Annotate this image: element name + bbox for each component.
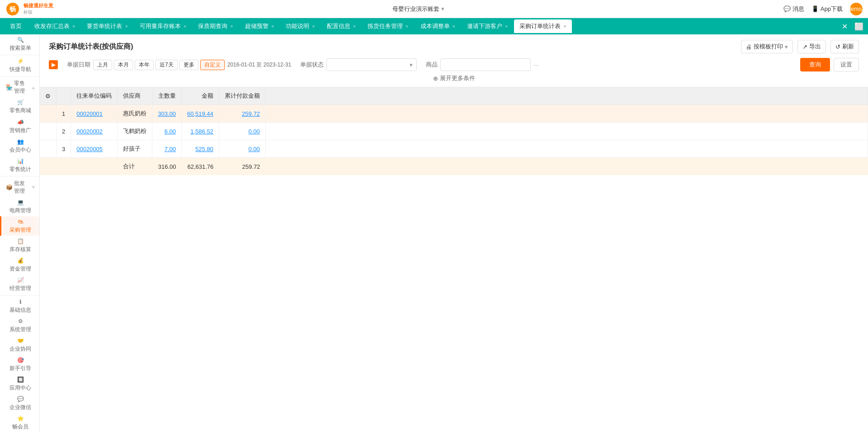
sidebar-item-purchase-mgmt[interactable]: 🛍 采购管理: [0, 216, 39, 236]
expand-more-btn[interactable]: ⊕ 展开更多条件: [433, 74, 475, 82]
sidebar-item-inventory[interactable]: 📋 库存核算: [0, 236, 39, 255]
filter-status-select[interactable]: ▾: [326, 58, 417, 71]
sidebar-item-basic-info[interactable]: ℹ 基础信息: [0, 296, 39, 316]
row-supplier: 飞鹤奶粉: [118, 123, 152, 140]
close-icon[interactable]: ×: [505, 24, 508, 29]
tab-config-info[interactable]: 配置信息 ×: [321, 19, 361, 33]
close-icon[interactable]: ×: [353, 24, 356, 29]
wholesale-icon: 📦: [6, 184, 13, 190]
table-container: ⚙ 往来单位编码 供应商 主数量 金额 累计付款金额 1: [40, 87, 868, 433]
sidebar-item-sys-mgmt[interactable]: ⚙ 系统管理: [0, 316, 39, 336]
col-unit-code-header: 往来单位编码: [71, 87, 118, 105]
close-icon[interactable]: ×: [184, 24, 186, 29]
message-btn[interactable]: 💬 消息: [783, 5, 804, 13]
sidebar-item-ops-mgmt[interactable]: 📈 经营管理: [0, 275, 39, 295]
tab-invite-downstream[interactable]: 邀请下游客户 ×: [462, 19, 513, 33]
tab-home[interactable]: 首页: [4, 19, 28, 33]
expand-arrow-icon: ▼: [31, 185, 36, 190]
close-icon[interactable]: ×: [125, 24, 127, 29]
table-row[interactable]: 3 00020005 好孩子 7.00 525.80 0.00: [40, 140, 868, 158]
close-icon[interactable]: ×: [72, 24, 75, 29]
close-icon[interactable]: ×: [312, 24, 315, 29]
user-area[interactable]: demo2: [850, 3, 863, 15]
sidebar-item-new-guide[interactable]: 🎯 新手引导: [0, 355, 39, 375]
date-btn-cur-year[interactable]: 本年: [135, 60, 154, 70]
sidebar-item-app-center[interactable]: 🔲 应用中心: [0, 375, 39, 394]
tab-expiry-query[interactable]: 保质期查询 ×: [193, 19, 238, 33]
sidebar-item-retail-stats[interactable]: 📊 零售统计: [0, 156, 39, 175]
date-btn-7days[interactable]: 近7天: [156, 60, 178, 70]
table-row[interactable]: 1 00020001 惠氏奶粉 303.00 60,519.44 259.72: [40, 105, 868, 123]
sidebar-divider: [0, 76, 39, 77]
sidebar-item-wholesale[interactable]: 📦 批发管理 ▼: [0, 177, 39, 197]
filter-goods-input[interactable]: [440, 58, 531, 71]
sidebar-item-search[interactable]: 🔍 搜索菜单: [0, 34, 39, 54]
close-icon[interactable]: ×: [563, 24, 566, 29]
date-btn-more[interactable]: 更多: [179, 60, 198, 70]
filter-status-label: 单据状态: [300, 61, 324, 69]
filter-date-btns: 上月 本月 本年 近7天 更多 自定义: [93, 60, 225, 70]
workspace-selector-area[interactable]: 母婴行业演示账套 ▾: [53, 5, 783, 13]
sidebar-item-label: 零售统计: [9, 166, 31, 173]
close-icon[interactable]: ×: [271, 24, 274, 29]
query-btn[interactable]: 查询: [800, 58, 830, 71]
row-amount: 525.80: [182, 140, 219, 158]
sidebar-item-quick-nav[interactable]: ⚡ 快捷导航: [0, 56, 39, 76]
filter-toggle-btn[interactable]: ▶: [49, 60, 58, 69]
tab-purchase-stats[interactable]: 采购订单统计表 ×: [514, 19, 571, 33]
search-icon: 🔍: [17, 37, 24, 43]
close-icon[interactable]: ×: [406, 24, 408, 29]
app-download-btn[interactable]: 📱 App下载: [811, 5, 843, 13]
retail-mgmt-icon: 🏪: [6, 84, 13, 90]
tab-req-stats[interactable]: 要货单统计表 ×: [81, 19, 133, 33]
date-btn-custom[interactable]: 自定义: [200, 60, 225, 70]
tab-overstock[interactable]: 超储预警 ×: [240, 19, 279, 33]
workspace-selector[interactable]: 母婴行业演示账套 ▾: [392, 5, 444, 13]
row-check[interactable]: [40, 140, 57, 158]
sidebar-item-corp-wechat[interactable]: 💬 企业微信: [0, 394, 39, 414]
tab-pick-task[interactable]: 拣货任务管理 ×: [362, 19, 414, 33]
sidebar-item-retail-mgmt[interactable]: 🏪 零售管理 ▲: [0, 78, 39, 97]
tab-func-desc[interactable]: 功能说明 ×: [280, 19, 320, 33]
sidebar-item-finance[interactable]: 💰 资金管理: [0, 255, 39, 275]
nav-tabs: 首页 收发存汇总表 × 要货单统计表 × 可用量库存账本 × 保质期查询 × 超…: [0, 18, 868, 34]
sidebar-item-corp-collab[interactable]: 🤝 企业协同: [0, 336, 39, 355]
export-btn[interactable]: ↗ 导出: [797, 40, 826, 53]
filter-goods-label: 商品: [426, 61, 438, 69]
close-window-btn[interactable]: ✕: [839, 21, 850, 32]
top-right-area: 💬 消息 📱 App下载 demo2: [783, 3, 863, 15]
template-print-btn[interactable]: 🖨 按模板打印 ▾: [741, 40, 793, 53]
page-actions: 🖨 按模板打印 ▾ ↗ 导出 ↺ 刷新: [741, 40, 859, 53]
tab-available-stock[interactable]: 可用量库存账本 ×: [134, 19, 192, 33]
sidebar-item-label: 经营管理: [9, 285, 31, 292]
close-icon[interactable]: ×: [453, 24, 455, 29]
maximize-btn[interactable]: ⬜: [854, 21, 864, 32]
date-btn-prev-month[interactable]: 上月: [93, 60, 112, 70]
row-check[interactable]: [40, 123, 57, 140]
tab-receive-summary[interactable]: 收发存汇总表 ×: [29, 19, 80, 33]
filter-action-btns: 查询 设置: [800, 58, 859, 71]
sidebar-item-marketing[interactable]: 📣 营销推广: [0, 117, 39, 136]
app-download-label: App下载: [821, 5, 843, 13]
sidebar-item-label: 采购管理: [9, 226, 31, 234]
sidebar-item-ecommerce[interactable]: 💻 电商管理: [0, 197, 39, 216]
retail-stats-icon: 📊: [17, 158, 24, 164]
sidebar-item-vip[interactable]: ⭐ 畅会员: [0, 414, 39, 433]
settings-col-icon[interactable]: ⚙: [45, 93, 51, 100]
tab-cost-adjust[interactable]: 成本调整单 ×: [415, 19, 461, 33]
row-check[interactable]: [40, 105, 57, 123]
col-amount-header: 金额: [182, 87, 219, 105]
page-title: 采购订单统计表(按供应商): [49, 42, 133, 52]
sidebar-item-retail-store[interactable]: 🛒 零售商城: [0, 97, 39, 117]
sidebar-item-member-center[interactable]: 👥 会员中心: [0, 136, 39, 156]
ops-mgmt-icon: 📈: [17, 277, 24, 283]
table-row[interactable]: 2 00020002 飞鹤奶粉 6.00 1,586.52 0.00: [40, 123, 868, 140]
settings-btn[interactable]: 设置: [834, 58, 859, 71]
date-btn-cur-month[interactable]: 本月: [114, 60, 133, 70]
row-paid-amount: 259.72: [219, 105, 265, 123]
row-extra: [265, 123, 868, 140]
more-options-btn[interactable]: ···: [533, 62, 538, 68]
close-icon[interactable]: ×: [230, 24, 233, 29]
refresh-btn[interactable]: ↺ 刷新: [830, 40, 859, 53]
sidebar-divider: [0, 295, 39, 296]
